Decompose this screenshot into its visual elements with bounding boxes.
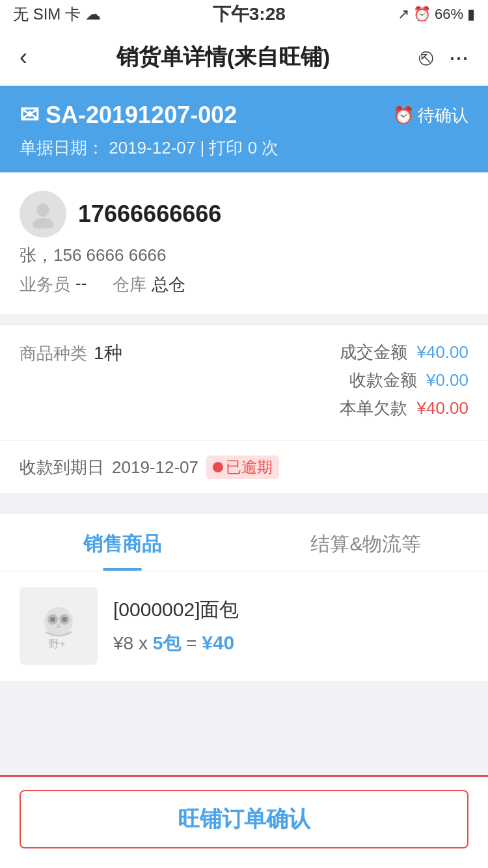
page-title: 销货单详情(来自旺铺) [116,42,331,72]
overdue-badge: 已逾期 [206,455,279,479]
customer-row: 17666666666 [20,191,468,237]
clock-icon: ⏰ [393,105,414,126]
date-value: 2019-12-07 [109,138,195,157]
overdue-dot-icon [213,462,223,472]
product-kind-value: 1种 [94,341,122,366]
due-section: 收款到期日 2019-12-07 已逾期 [0,441,488,493]
order-status: ⏰ 待确认 [393,104,468,127]
customer-phone: 17666666666 [78,200,221,228]
tab-settlement[interactable]: 结算&物流等 [244,514,488,571]
status-bar: 无 SIM 卡 ☁ 下午3:28 ↗ ⏰ 66% ▮ [0,0,488,29]
received-label: 收款金额 [349,369,417,392]
avatar [20,191,66,237]
multiply-icon: x [139,633,148,653]
amount-label: 成交金额 [340,341,407,364]
alarm-icon: ⏰ [413,6,431,23]
order-date: 单据日期： 2019-12-07 | 打印 0 次 [20,137,468,159]
svg-point-1 [33,218,53,228]
salesperson-label: 业务员 [20,273,70,296]
order-id: ✉ SA-20191207-002 [20,102,237,129]
salesperson-item: 业务员 -- [20,273,87,296]
status-right: ↗ ⏰ 66% ▮ [398,6,475,23]
salesperson-value: -- [75,273,87,296]
svg-point-0 [36,204,49,217]
customer-meta: 业务员 -- 仓库 总仓 [20,273,468,296]
owed-value: ¥40.00 [416,398,468,418]
quantity-value: 5包 [153,633,182,653]
product-total: ¥40 [202,632,234,653]
svg-point-6 [62,617,67,622]
product-kind-row: 商品种类 1种 [20,341,122,366]
tabs-section: 销售商品 结算&物流等 野+ [0000002]面包 ¥8 x [0,514,488,681]
warehouse-item: 仓库 总仓 [113,273,185,296]
order-status-text: 待确认 [418,104,468,127]
warehouse-value: 总仓 [152,273,185,296]
tab-sales-products[interactable]: 销售商品 [0,514,244,571]
received-value: ¥0.00 [426,370,468,390]
confirm-order-button[interactable]: 旺铺订单确认 [20,790,468,848]
no-sim-text: 无 SIM 卡 ☁ [13,4,101,25]
product-details: [0000002]面包 ¥8 x 5包 = ¥40 [113,597,468,656]
svg-point-5 [50,617,55,622]
inbox-icon: ✉ [20,102,39,129]
overdue-text: 已逾期 [226,457,273,478]
customer-section: 17666666666 张，156 6666 6666 业务员 -- 仓库 总仓 [0,172,488,314]
product-kind-label: 商品种类 [20,342,87,365]
owed-label: 本单欠款 [340,397,407,420]
due-date: 2019-12-07 [112,457,198,478]
due-label: 收款到期日 [20,456,104,479]
svg-text:野+: 野+ [49,638,65,649]
product-thumbnail: 野+ [20,587,98,665]
battery-text: 66% [435,6,463,23]
order-header: ✉ SA-20191207-002 ⏰ 待确认 单据日期： 2019-12-07… [0,86,488,172]
customer-name-phone: 张，156 6666 6666 [20,244,468,267]
location-icon: ↗ [398,6,409,23]
share-button[interactable]: ⎋ [419,44,433,71]
date-label: 单据日期： [20,138,104,157]
back-button[interactable]: ‹ [20,44,27,71]
print-info: | 打印 0 次 [200,138,278,157]
nav-right-actions: ⎋ ··· [419,44,468,71]
summary-section: 商品种类 1种 成交金额 ¥40.00 收款金额 ¥0.00 本单欠款 ¥40.… [0,325,488,441]
equals-icon: = [186,633,197,653]
owed-row: 本单欠款 ¥40.00 [340,397,468,420]
product-item: 野+ [0000002]面包 ¥8 x 5包 = ¥40 [0,571,488,681]
nav-bar: ‹ 销货单详情(来自旺铺) ⎋ ··· [0,29,488,86]
product-name: [0000002]面包 [113,597,468,623]
warehouse-label: 仓库 [113,273,146,296]
amount-value: ¥40.00 [416,342,468,362]
product-price: ¥8 x 5包 = ¥40 [113,631,468,656]
status-time: 下午3:28 [213,2,286,27]
order-header-top: ✉ SA-20191207-002 ⏰ 待确认 [20,102,468,129]
tabs-row: 销售商品 结算&物流等 [0,514,488,571]
received-row: 收款金额 ¥0.00 [340,369,468,392]
order-id-text: SA-20191207-002 [46,102,237,129]
price-unit: ¥8 [113,633,133,653]
summary-right: 成交金额 ¥40.00 收款金额 ¥0.00 本单欠款 ¥40.00 [340,341,468,425]
battery-icon: ▮ [467,6,475,23]
section-gap [0,504,488,514]
summary-left: 商品种类 1种 [20,341,122,366]
status-left: 无 SIM 卡 ☁ [13,4,101,25]
confirm-button-wrap: 旺铺订单确认 [0,775,488,868]
amount-row: 成交金额 ¥40.00 [340,341,468,364]
more-button[interactable]: ··· [449,44,468,71]
